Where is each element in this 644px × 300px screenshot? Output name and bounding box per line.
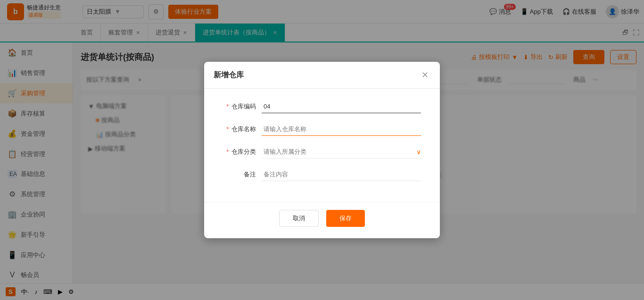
warehouse-category-wrapper: ∨ — [262, 145, 421, 158]
dialog-title: 新增仓库 — [214, 70, 419, 80]
new-warehouse-dialog: 新增仓库 ✕ * 仓库编码 * 仓库名称 — [204, 62, 440, 238]
warehouse-category-label: * 仓库分类 — [223, 148, 256, 156]
category-dropdown-arrow[interactable]: ∨ — [416, 148, 421, 156]
modal-overlay[interactable]: 新增仓库 ✕ * 仓库编码 * 仓库名称 — [0, 0, 644, 300]
warehouse-category-row: * 仓库分类 ∨ — [223, 145, 421, 158]
warehouse-code-row: * 仓库编码 — [223, 100, 421, 113]
dialog-body: * 仓库编码 * 仓库名称 * 仓库分类 — [204, 89, 440, 202]
warehouse-name-input[interactable] — [262, 123, 421, 136]
cancel-button[interactable]: 取消 — [279, 210, 319, 227]
warehouse-name-label: * 仓库名称 — [223, 125, 256, 133]
warehouse-remark-row: 备注 — [223, 168, 421, 181]
warehouse-category-input[interactable] — [262, 145, 416, 158]
warehouse-remark-input[interactable] — [262, 168, 421, 181]
warehouse-remark-label: 备注 — [223, 170, 256, 179]
dialog-footer: 取消 保存 — [204, 202, 440, 238]
warehouse-name-row: * 仓库名称 — [223, 123, 421, 136]
required-star-code: * — [226, 103, 229, 110]
required-star-category: * — [226, 148, 229, 155]
dialog-header: 新增仓库 ✕ — [204, 62, 440, 89]
required-star-name: * — [226, 125, 229, 133]
warehouse-code-label: * 仓库编码 — [223, 102, 256, 111]
warehouse-code-input[interactable] — [262, 100, 421, 113]
dialog-close-btn[interactable]: ✕ — [419, 69, 430, 81]
save-button[interactable]: 保存 — [326, 210, 365, 227]
